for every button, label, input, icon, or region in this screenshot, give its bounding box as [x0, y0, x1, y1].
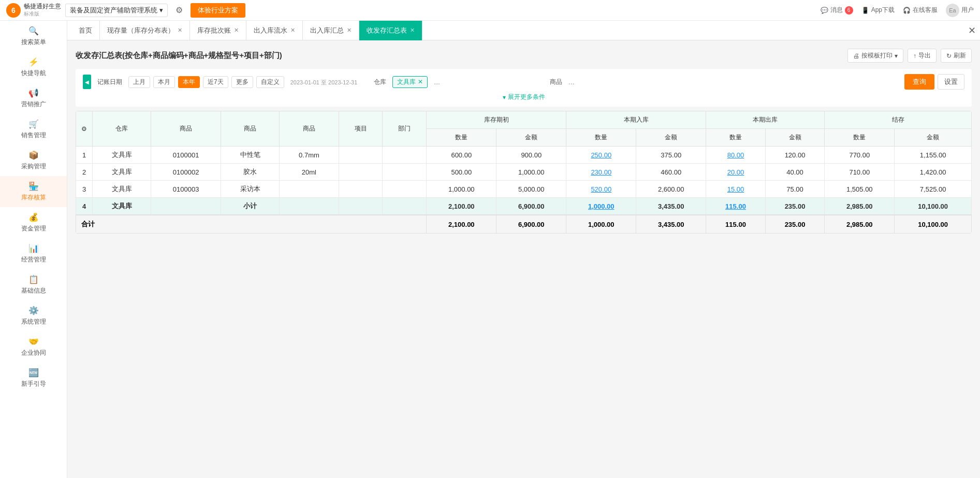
sidebar-item-business[interactable]: 📊 经营管理 — [0, 238, 67, 269]
sidebar-item-sales[interactable]: 🛒 销售管理 — [0, 114, 67, 145]
trial-button[interactable]: 体验行业方案 — [191, 3, 245, 18]
warehouse: 文具库 — [93, 164, 151, 181]
spec: 0.7mm — [280, 147, 339, 164]
data-table: ⚙ 仓库 商品 商品 商品 项目 部门 库存期初 本期入库 本期出库 结存 — [76, 111, 972, 234]
tab-close-recv[interactable]: ✕ — [410, 27, 415, 34]
tab-home[interactable]: 首页 — [71, 21, 100, 40]
col-out-amt: 金额 — [765, 129, 825, 147]
user-menu[interactable]: Ea 用户 — [946, 4, 974, 17]
tab-close-flow[interactable]: ✕ — [290, 27, 295, 34]
tab-bar: 首页 现存量（库存分布表） ✕ 库存批次账 ✕ 出入库流水 ✕ 出入库汇总 ✕ — [67, 21, 980, 40]
warehouse-filter-label: 仓库 — [374, 78, 386, 86]
name: 采访本 — [221, 181, 280, 198]
close-qty: 2,985.00 — [825, 198, 895, 215]
date-btn-more[interactable]: 更多 — [231, 76, 253, 88]
out-qty[interactable]: 15.00 — [706, 181, 766, 198]
seq: 4 — [76, 198, 93, 215]
enterprise-icon: 🤝 — [28, 337, 39, 346]
project — [339, 181, 383, 198]
online-service-btn[interactable]: 🎧 在线客服 — [903, 6, 938, 15]
date-btn-7days[interactable]: 近7天 — [203, 76, 228, 88]
open-qty: 600.00 — [427, 147, 496, 164]
collapse-filter-btn[interactable]: ◀ — [83, 75, 91, 89]
table-settings-col[interactable]: ⚙ — [76, 111, 93, 147]
tab-close-batch[interactable]: ✕ — [234, 27, 239, 34]
dept — [383, 147, 427, 164]
col-group-open: 库存期初 — [427, 111, 566, 129]
out-qty[interactable]: 80.00 — [706, 147, 766, 164]
warehouse-tag-remove[interactable]: ✕ — [418, 78, 423, 85]
name: 中性笔 — [221, 147, 280, 164]
footer-close-amt: 10,100.00 — [895, 215, 972, 234]
col-open-amt: 金额 — [496, 129, 566, 147]
print-button[interactable]: 🖨 按模板打印 ▾ — [847, 49, 903, 63]
footer-open-amt: 6,900.00 — [496, 215, 566, 234]
sidebar-item-guide[interactable]: 🆕 新手引导 — [0, 363, 67, 394]
setting-button[interactable]: 设置 — [938, 74, 964, 90]
col-code: 商品 — [151, 111, 221, 147]
messages-badge: 6 — [845, 6, 853, 15]
col-group-close: 结存 — [825, 111, 972, 129]
sidebar-item-finance[interactable]: 💰 资金管理 — [0, 207, 67, 238]
spec — [280, 198, 339, 215]
footer-close-qty: 2,985.00 — [825, 215, 895, 234]
system-name[interactable]: 装备及固定资产辅助管理系统 ▾ — [65, 4, 168, 17]
tab-batch[interactable]: 库存批次账 ✕ — [190, 21, 246, 40]
date-btn-custom[interactable]: 自定义 — [256, 76, 284, 88]
in-amt: 460.00 — [636, 164, 706, 181]
table-row: 4文具库小计2,100.006,900.001,000.003,435.0011… — [76, 198, 972, 215]
export-button[interactable]: ↑ 导出 — [908, 49, 937, 63]
open-amt: 1,000.00 — [496, 164, 566, 181]
messages-btn[interactable]: 💬 消息 6 — [821, 6, 853, 15]
print-icon: 🖨 — [853, 52, 859, 60]
tab-close-stock-dist[interactable]: ✕ — [178, 27, 182, 34]
sidebar-item-marketing[interactable]: 📢 营销推广 — [0, 83, 67, 114]
open-amt: 5,000.00 — [496, 181, 566, 198]
in-qty[interactable]: 230.00 — [566, 164, 636, 181]
date-btn-last-month[interactable]: 上月 — [128, 76, 150, 88]
col-group-in: 本期入库 — [566, 111, 706, 129]
close-qty: 710.00 — [825, 164, 895, 181]
tab-recv-summary[interactable]: 收发存汇总表 ✕ — [359, 21, 422, 40]
close-all-tabs[interactable]: ✕ — [968, 25, 976, 36]
sidebar-item-system[interactable]: ⚙️ 系统管理 — [0, 300, 67, 331]
in-qty[interactable]: 1,000.00 — [566, 198, 636, 215]
date-range-display: 2023-01-01 至 2023-12-31 — [290, 79, 358, 86]
search-button[interactable]: 查询 — [904, 74, 934, 90]
in-qty[interactable]: 520.00 — [566, 181, 636, 198]
close-amt: 7,525.00 — [895, 181, 972, 198]
out-qty[interactable]: 115.00 — [706, 198, 766, 215]
tab-summary[interactable]: 出入库汇总 ✕ — [303, 21, 359, 40]
expand-conditions-btn[interactable]: ▾ 展开更多条件 — [503, 93, 545, 102]
out-qty[interactable]: 20.00 — [706, 164, 766, 181]
warehouse-more-btn[interactable]: ... — [434, 78, 440, 86]
sidebar-item-purchase[interactable]: 📦 采购管理 — [0, 145, 67, 176]
sidebar-item-inventory[interactable]: 🏪 库存核算 — [0, 176, 67, 207]
name: 小计 — [221, 198, 280, 215]
seq: 1 — [76, 147, 93, 164]
sidebar-item-quick[interactable]: ⚡ 快捷导航 — [0, 52, 67, 83]
tab-close-summary[interactable]: ✕ — [347, 27, 352, 34]
project — [339, 147, 383, 164]
sidebar-item-enterprise[interactable]: 🤝 企业协同 — [0, 331, 67, 363]
close-qty: 1,505.00 — [825, 181, 895, 198]
app-download-btn[interactable]: 📱 App下载 — [861, 6, 895, 15]
tab-stock-dist[interactable]: 现存量（库存分布表） ✕ — [100, 21, 190, 40]
warehouse: 文具库 — [93, 147, 151, 164]
footer-in-qty: 1,000.00 — [566, 215, 636, 234]
chevron-down-icon: ▾ — [503, 94, 506, 101]
date-filter-label: 记账日期 — [97, 78, 122, 86]
sidebar-item-basic[interactable]: 📋 基础信息 — [0, 269, 67, 300]
refresh-button[interactable]: ↻ 刷新 — [941, 49, 972, 63]
tab-flow[interactable]: 出入库流水 ✕ — [246, 21, 303, 40]
product-more-btn[interactable]: ... — [568, 78, 575, 86]
sidebar-item-search[interactable]: 🔍 搜索菜单 — [0, 21, 67, 52]
settings-icon[interactable]: ⚙ — [172, 3, 186, 18]
date-btn-this-year[interactable]: 本年 — [178, 76, 200, 88]
warehouse-tag[interactable]: 文具库 ✕ — [392, 76, 428, 88]
date-btn-this-month[interactable]: 本月 — [153, 76, 175, 88]
dept — [383, 181, 427, 198]
close-amt: 10,100.00 — [895, 198, 972, 215]
code: 0100003 — [151, 181, 221, 198]
in-qty[interactable]: 250.00 — [566, 147, 636, 164]
